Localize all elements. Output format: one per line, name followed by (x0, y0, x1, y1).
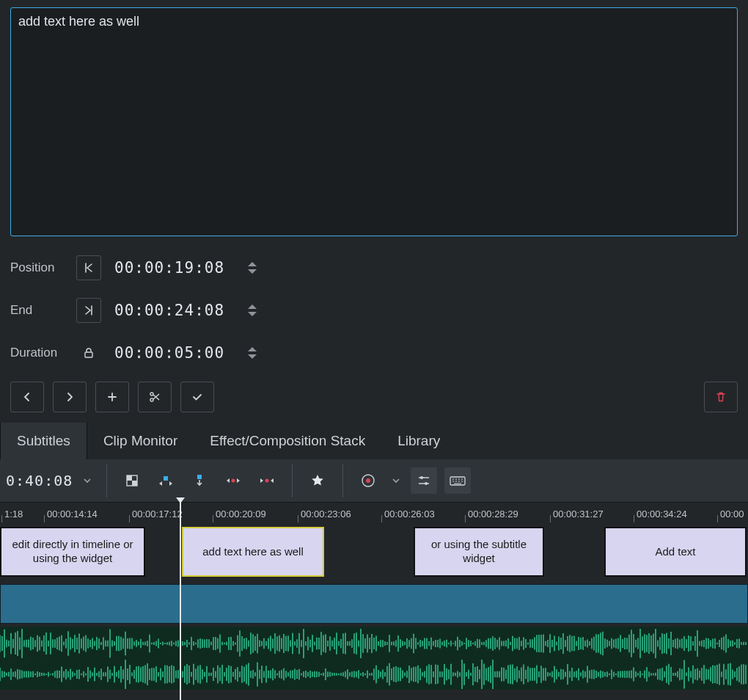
timecode-dropdown-icon[interactable] (80, 476, 95, 485)
ruler-label: 00:00 (720, 508, 744, 519)
subtitle-clip[interactable]: add text here as well (182, 527, 324, 577)
video-clip[interactable] (0, 584, 748, 624)
svg-point-8 (232, 479, 235, 483)
ruler-label: 00:00:28:29 (468, 508, 518, 519)
spacer-tool-icon[interactable] (153, 467, 179, 494)
subtitle-clip[interactable]: or using the subtitle widget (414, 527, 544, 577)
favorite-icon[interactable] (304, 467, 331, 494)
panel-tab-bar: Subtitles Clip Monitor Effect/Compositio… (0, 423, 748, 459)
tab-library[interactable]: Library (381, 423, 456, 459)
position-spinner[interactable] (248, 262, 257, 274)
timeline-area: 1:1800:00:14:1400:00:17:1200:00:20:0900:… (0, 502, 748, 700)
ruler-label: 00:00:14:14 (47, 508, 98, 519)
end-timecode[interactable]: 00:00:24:08 (114, 302, 239, 319)
ruler-label: 00:00:23:06 (301, 508, 351, 519)
timeline-timecode[interactable]: 0:40:08 (4, 472, 73, 489)
duration-spinner[interactable] (248, 347, 257, 359)
previous-subtitle-button[interactable] (10, 382, 44, 412)
record-icon[interactable] (355, 467, 381, 494)
svg-rect-0 (85, 352, 92, 357)
end-spinner[interactable] (248, 305, 257, 316)
svg-point-11 (366, 478, 370, 483)
audio-waveform-top (0, 629, 748, 658)
svg-point-9 (265, 479, 269, 483)
ruler-label: 00:00:20:09 (216, 508, 266, 519)
ruler-label: 00:00:31:27 (553, 508, 604, 519)
svg-rect-5 (132, 481, 137, 486)
subtitle-clip[interactable]: edit directly in timeline or using the w… (0, 527, 145, 577)
ruler-label: 00:00:34:24 (637, 508, 687, 519)
video-track[interactable] (0, 581, 748, 627)
settings-sliders-icon[interactable] (411, 467, 437, 494)
subtitle-text-input[interactable] (10, 7, 738, 236)
svg-rect-7 (197, 475, 202, 479)
subtitle-clip[interactable]: Add text (604, 527, 747, 577)
go-to-start-button[interactable] (76, 255, 101, 280)
svg-point-12 (420, 476, 423, 479)
svg-point-1 (150, 393, 153, 395)
duration-row: Duration 00:00:05:00 (10, 332, 738, 374)
apply-button[interactable] (180, 382, 214, 412)
position-label: Position (10, 260, 63, 275)
subtitle-action-bar (0, 374, 748, 423)
toggle-track-icon[interactable] (119, 467, 145, 494)
insert-tool-icon[interactable] (186, 467, 213, 494)
add-subtitle-button[interactable] (95, 382, 129, 412)
next-subtitle-button[interactable] (53, 382, 87, 412)
delete-subtitle-button[interactable] (704, 382, 738, 412)
go-to-end-button[interactable] (76, 298, 101, 323)
record-dropdown-icon[interactable] (389, 476, 403, 485)
ruler-label: 00:00:17:12 (132, 508, 183, 519)
keyboard-icon[interactable] (444, 467, 471, 494)
audio-track[interactable] (0, 627, 748, 690)
svg-rect-4 (127, 475, 132, 481)
tab-clip-monitor[interactable]: Clip Monitor (87, 423, 194, 459)
ruler-label: 1:18 (4, 508, 23, 519)
tab-effect-stack[interactable]: Effect/Composition Stack (194, 423, 381, 459)
time-fields: Position 00:00:19:08 End 00:00:24:08 Dur… (0, 242, 748, 374)
overwrite-tool-icon[interactable] (220, 467, 246, 494)
svg-point-2 (150, 398, 153, 401)
tab-subtitles[interactable]: Subtitles (0, 423, 87, 459)
duration-timecode[interactable]: 00:00:05:00 (114, 344, 239, 362)
timeline-ruler[interactable]: 1:1800:00:14:1400:00:17:1200:00:20:0900:… (0, 502, 748, 522)
ruler-label: 00:00:26:03 (384, 508, 435, 519)
svg-rect-6 (164, 476, 168, 481)
duration-label: Duration (10, 346, 63, 360)
subtitle-track[interactable]: edit directly in timeline or using the w… (0, 522, 748, 581)
split-subtitle-button[interactable] (138, 382, 172, 412)
timeline-toolbar: 0:40:08 (0, 459, 748, 502)
svg-point-13 (425, 482, 428, 485)
remove-tool-icon[interactable] (254, 467, 280, 494)
end-row: End 00:00:24:08 (10, 289, 738, 332)
audio-waveform-bottom (0, 660, 748, 689)
lock-icon[interactable] (76, 347, 101, 359)
position-row: Position 00:00:19:08 (10, 247, 738, 289)
end-label: End (10, 303, 63, 318)
position-timecode[interactable]: 00:00:19:08 (114, 259, 239, 277)
